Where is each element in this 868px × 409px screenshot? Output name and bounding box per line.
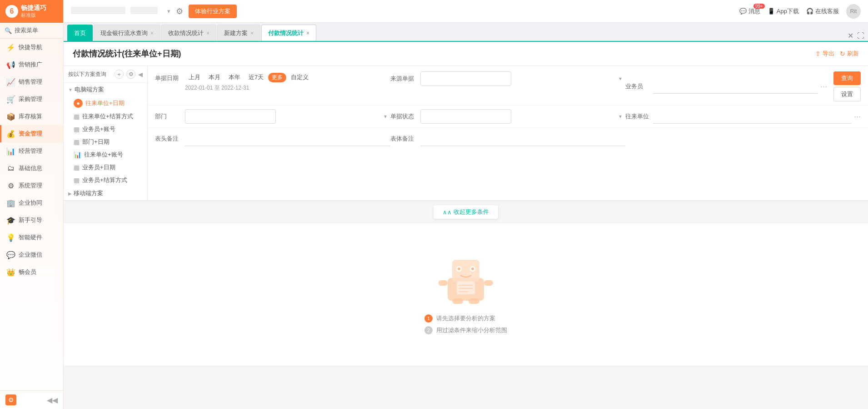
search-menu[interactable]: 🔍 搜索菜单 [0,23,63,39]
scheme-item-counterpart-date[interactable]: ● 往来单位+日期 [64,96,147,110]
scheme-add-button[interactable]: + [115,70,124,79]
topbar-app-download-button[interactable]: 📱 App下载 [768,7,799,15]
scheme-item-counterpart-account[interactable]: 📊 往来单位+账号 [64,148,147,161]
tab-receipt-stats[interactable]: 收款情况统计 × [161,25,216,41]
doc-status-select[interactable] [420,109,511,124]
date-btn-this-month[interactable]: 本月 [205,71,224,83]
sidebar-item-purchase[interactable]: 🛒 采购管理 [0,91,63,108]
counterpart-label: 往来单位 [625,112,650,121]
salesman-input[interactable] [653,79,818,94]
counterpart-dots-button[interactable]: ··· [854,112,861,121]
scheme-panel-collapse-button[interactable]: ◀ [138,71,143,78]
empty-illustration [439,251,493,305]
date-btn-custom[interactable]: 自定义 [287,71,312,83]
scheme-item-salesman-account[interactable]: ▦ 业务员+账号 [64,123,147,136]
scheme-item-salesman-date[interactable]: ▦ 业务员+日期 [64,161,147,174]
dept-select[interactable] [185,109,276,124]
scheme-item-icon: ▦ [74,113,80,120]
marketing-icon: 📢 [7,61,15,69]
counterpart-filter-cell: 往来单位 ··· [625,109,861,124]
dept-label: 部门 [155,112,182,121]
sidebar-item-enterprise[interactable]: 🏢 企业协同 [0,194,63,212]
tab-expand-button[interactable]: ⛶ [857,32,864,40]
footer-settings-icon[interactable]: ⚙ [5,394,16,405]
query-settings-buttons: 查询 设置 [833,71,861,101]
date-btn-last-7days[interactable]: 近7天 [245,71,267,83]
salesman-dots-button[interactable]: ··· [820,82,827,91]
tab-home[interactable]: 首页 [67,25,93,41]
sidebar-item-system[interactable]: ⚙ 系统管理 [0,177,63,194]
topbar-service-button[interactable]: 🎧 在线客服 [806,7,839,15]
scheme-item-chart-icon: 📊 [74,151,81,158]
mobile-group-arrow: ▶ [68,191,72,196]
page-title: 付款情况统计(往来单位+日期) [73,48,181,59]
user-avatar[interactable]: Rit [846,4,861,19]
scheme-item-label: 业务员+结算方式 [82,176,127,184]
sidebar-item-label: 企业微信 [19,251,42,259]
inventory-icon: 📦 [7,112,15,121]
tab-payment-stats[interactable]: 付款情况统计 × [261,25,316,41]
sidebar: 6 畅捷通巧 标准版 🔍 搜索菜单 ⚡ 快捷导航 📢 营销推广 📈 销售管理 🛒… [0,0,64,409]
tab-close-all-button[interactable]: ✕ [848,31,853,40]
tab-new-scheme-close[interactable]: × [250,30,254,36]
desktop-group-label: 电脑端方案 [75,86,104,94]
scheme-settings-button[interactable]: ⚙ [126,70,135,79]
tab-receipt-label: 收款情况统计 [168,29,204,37]
sidebar-item-guide[interactable]: 🎓 新手引导 [0,212,63,229]
empty-step-1: 1 请先选择要分析的方案 [424,314,507,323]
mobile-group-header[interactable]: ▶ 移动端方案 [64,187,147,200]
topbar-message-button[interactable]: 💬 消息 99+ [739,7,760,15]
sidebar-collapse-button[interactable]: ◀◀ [47,396,58,404]
topbar-dropdown-icon[interactable]: ▾ [167,8,170,15]
page-header: 付款情况统计(往来单位+日期) ⇧ 导出 ↻ 刷新 [64,42,868,66]
sidebar-item-inventory[interactable]: 📦 库存核算 [0,108,63,125]
date-btn-last-month[interactable]: 上月 [185,71,204,83]
counterpart-input[interactable] [653,109,851,124]
collapse-more-button[interactable]: ∧∧ 收起更多条件 [434,205,498,219]
sidebar-item-hardware[interactable]: 💡 智能硬件 [0,229,63,246]
query-button[interactable]: 查询 [833,71,861,85]
table-header-note-input[interactable] [185,131,390,146]
trial-button[interactable]: 体验行业方案 [189,5,237,18]
scheme-item-counterpart-settle[interactable]: ▦ 往来单位+结算方式 [64,110,147,123]
export-button[interactable]: ⇧ 导出 [815,50,834,58]
date-more-button[interactable]: 更多 [268,73,286,82]
filter-settings-button[interactable]: 设置 [833,87,861,101]
sidebar-item-base-info[interactable]: 🗂 基础信息 [0,160,63,177]
filter-row-1: 单据日期 上月 本月 本年 近7天 更多 自定义 2022-01-01 至 20… [148,66,868,106]
tab-bank-flow-close[interactable]: × [150,30,154,36]
sidebar-item-member[interactable]: 👑 畅会员 [0,263,63,281]
sidebar-item-label: 营销推广 [19,61,42,69]
tab-bank-flow[interactable]: 现金银行流水查询 × [94,25,160,41]
date-options-area: 上月 本月 本年 近7天 更多 自定义 2022-01-01 至 2022-12… [185,71,312,92]
scheme-item-salesman-settle[interactable]: ▦ 业务员+结算方式 [64,174,147,187]
desktop-group-header[interactable]: ▼ 电脑端方案 [64,83,147,96]
tab-new-scheme[interactable]: 新建方案 × [217,25,260,41]
tab-payment-close[interactable]: × [306,30,309,36]
mobile-group-label: 移动端方案 [74,189,103,197]
tab-home-label: 首页 [74,29,86,37]
sidebar-item-label: 资金管理 [19,130,42,138]
svg-rect-1 [452,260,479,282]
sidebar-item-operation[interactable]: 📊 经营管理 [0,142,63,160]
sidebar-item-quick-nav[interactable]: ⚡ 快捷导航 [0,39,63,56]
sidebar-item-label: 新手引导 [19,216,42,224]
tab-bank-flow-label: 现金银行流水查询 [100,29,148,37]
sidebar-item-finance[interactable]: 💰 资金管理 [0,125,63,142]
table-body-note-input[interactable] [420,131,626,146]
svg-rect-10 [457,282,475,294]
tab-receipt-close[interactable]: × [206,30,210,36]
date-btn-this-year[interactable]: 本年 [225,71,244,83]
source-select[interactable] [420,71,511,86]
sidebar-item-marketing[interactable]: 📢 营销推广 [0,56,63,73]
dept-filter-cell: 部门 [155,109,390,124]
topbar-settings-button[interactable]: ⚙ [176,6,183,16]
sidebar-item-weixin[interactable]: 💬 企业微信 [0,246,63,263]
sidebar-logo: 6 畅捷通巧 标准版 [0,0,63,23]
table-header-note-cell: 表头备注 [155,131,390,146]
sidebar-item-sales[interactable]: 📈 销售管理 [0,73,63,91]
date-range-display: 2022-01-01 至 2022-12-31 [185,84,312,92]
refresh-button[interactable]: ↻ 刷新 [840,50,859,58]
search-menu-label: 搜索菜单 [15,26,38,35]
scheme-item-dept-date[interactable]: ▦ 部门+日期 [64,136,147,148]
